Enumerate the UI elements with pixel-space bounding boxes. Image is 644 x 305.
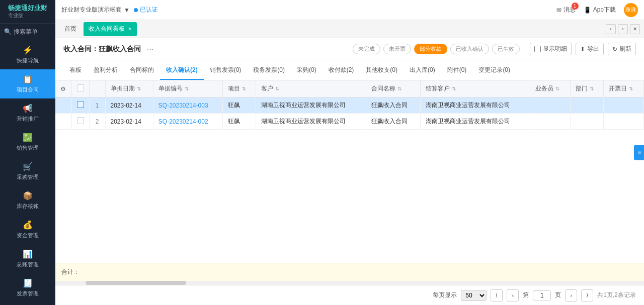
table-row[interactable]: 2 2023-02-14 SQ-20230214-002 狂飙 湖南卫视商业运营…	[55, 114, 644, 130]
tab-income-contract[interactable]: 收入合同看板 ✕	[84, 22, 137, 36]
sidebar-item-invoice[interactable]: 🧾 发票管理	[0, 273, 55, 302]
row2-settle-customer: 湖南卫视商业运营发展有限公司	[420, 114, 530, 130]
sidebar-item-projects[interactable]: 📋 项目合同	[0, 69, 55, 98]
row1-salesperson	[530, 97, 571, 114]
th-date[interactable]: 单据日期 ⇅	[105, 80, 153, 97]
first-page-button[interactable]: ⟨	[491, 289, 503, 301]
customer-sort-icon: ⇅	[275, 86, 279, 91]
avatar: 珠珠	[624, 3, 638, 17]
more-options-button[interactable]: ···	[147, 45, 153, 54]
inventory-icon: 📦	[23, 191, 33, 200]
th-customer[interactable]: 客户 ⇅	[256, 80, 366, 97]
subtab-sales-invoice[interactable]: 销售发票(0)	[204, 61, 248, 80]
th-open-date[interactable]: 开票日 ⇅	[604, 80, 644, 97]
message-icon: ✉	[556, 7, 561, 14]
status-active[interactable]: 已生效	[492, 44, 520, 54]
subtab-payment[interactable]: 收付款(2)	[323, 61, 360, 80]
search-menu[interactable]: 🔍 搜索菜单	[0, 24, 55, 40]
select-all-checkbox[interactable]	[77, 84, 84, 91]
row2-code[interactable]: SQ-20230214-002	[153, 114, 223, 130]
company-selector[interactable]: 好业财专业版演示帐套 ▼	[61, 6, 130, 14]
sidebar: 畅捷通好业财 专业版 🔍 搜索菜单 ⚡ 快捷导航 📋 项目合同 📢 营销推广 💹…	[0, 0, 55, 305]
subtab-warehouse[interactable]: 出入库(0)	[404, 61, 441, 80]
refresh-label: 刷新	[619, 45, 631, 53]
data-table: ⚙ 单据日期 ⇅ 单据编号	[55, 80, 644, 130]
tab-close-all-button[interactable]: ✕	[630, 24, 640, 34]
th-dept[interactable]: 部门 ⇅	[571, 80, 604, 97]
show-detail-checkbox[interactable]: 显示明细	[530, 43, 572, 55]
purchase-label: 采购管理	[17, 173, 39, 181]
subtab-revenue-confirm[interactable]: 收入确认(2)	[160, 61, 204, 80]
th-salesperson[interactable]: 业务员 ⇅	[530, 80, 571, 97]
page-input[interactable]	[533, 290, 551, 300]
topbar-left: 好业财专业版演示帐套 ▼ 已认证	[61, 6, 158, 14]
message-button[interactable]: ✉ 消息 1	[556, 6, 576, 14]
sidebar-item-inventory[interactable]: 📦 库存核账	[0, 186, 55, 215]
subtab-subject[interactable]: 合同标的	[124, 61, 160, 80]
th-checkbox[interactable]	[71, 80, 89, 97]
status-partial[interactable]: 部分收款	[414, 44, 447, 54]
topbar-right: ✉ 消息 1 📱 App下载 珠珠	[556, 3, 638, 17]
logo-text: 畅捷通好业财	[8, 4, 47, 12]
row1-code-link[interactable]: SQ-20230214-003	[158, 102, 208, 109]
sidebar-item-quick-nav[interactable]: ⚡ 快捷导航	[0, 40, 55, 69]
th-code[interactable]: 单据编号 ⇅	[153, 80, 223, 97]
user-avatar[interactable]: 珠珠	[624, 3, 638, 17]
th-project[interactable]: 项目 ⇅	[223, 80, 256, 97]
page-label: 第	[523, 291, 529, 299]
row1-code[interactable]: SQ-20230214-003	[153, 97, 223, 114]
float-action-button[interactable]: ≡	[634, 145, 644, 160]
tab-home[interactable]: 首页	[59, 22, 82, 36]
subtab-kanban[interactable]: 看板	[63, 61, 88, 80]
status-incomplete[interactable]: 未完成	[353, 44, 380, 54]
table-wrapper: ⚙ 单据日期 ⇅ 单据编号	[55, 80, 644, 263]
row1-open-date	[604, 97, 644, 114]
tab-prev-button[interactable]: ‹	[606, 24, 616, 34]
sidebar-item-marketing[interactable]: 📢 营销推广	[0, 98, 55, 128]
prev-page-button[interactable]: ‹	[507, 289, 519, 301]
date-sort-icon: ⇅	[137, 86, 141, 91]
sidebar-item-purchase[interactable]: 🛒 采购管理	[0, 157, 55, 186]
sidebar-item-finance[interactable]: 💰 资金管理	[0, 215, 55, 244]
tab-next-button[interactable]: ›	[618, 24, 628, 34]
page-size-select[interactable]: 20 50 100	[461, 290, 487, 301]
row2-num: 2	[89, 114, 105, 130]
subtab-tax-invoice[interactable]: 税务发票(0)	[247, 61, 291, 80]
row2-code-link[interactable]: SQ-20230214-002	[158, 118, 208, 125]
horizontal-scrollbar[interactable]	[55, 281, 644, 285]
refresh-icon: ↻	[612, 46, 617, 53]
general-label: 总账管理	[17, 261, 39, 268]
th-settle-customer[interactable]: 结算客户 ⇅	[420, 80, 530, 97]
sidebar-item-general[interactable]: 📊 总账管理	[0, 244, 55, 273]
tab-close-icon[interactable]: ✕	[128, 26, 132, 32]
home-tab-label: 首页	[64, 25, 76, 33]
subtab-profit[interactable]: 盈利分析	[88, 61, 124, 80]
status-no-invoice[interactable]: 未开票	[383, 44, 411, 54]
scrollbar-thumb[interactable]	[86, 281, 186, 285]
refresh-button[interactable]: ↻ 刷新	[608, 43, 636, 55]
export-button[interactable]: ⬆ 导出	[576, 43, 604, 55]
marketing-icon: 📢	[23, 104, 33, 113]
row1-checkbox[interactable]	[71, 97, 89, 114]
row2-checkbox[interactable]	[71, 114, 89, 130]
last-page-button[interactable]: ⟩	[581, 289, 593, 301]
table-row[interactable]: 1 2023-02-14 SQ-20230214-003 狂飙 湖南卫视商业运营…	[55, 97, 644, 114]
show-detail-input[interactable]	[534, 46, 541, 52]
th-gear[interactable]: ⚙	[55, 80, 71, 97]
subtab-purchase[interactable]: 采购(0)	[291, 61, 323, 80]
page-header: 收入合同：狂飙收入合同 ··· 未完成 未开票 部分收款 已收入确认 已生效 显…	[55, 38, 644, 60]
projects-icon: 📋	[23, 74, 33, 84]
next-page-button[interactable]: ›	[565, 289, 577, 301]
row1-settle-customer: 湖南卫视商业运营发展有限公司	[420, 97, 530, 114]
subtab-change-log[interactable]: 变更记录(0)	[472, 61, 516, 80]
app-download-button[interactable]: 📱 App下载	[584, 6, 616, 14]
th-contract-name[interactable]: 合同名称 ⇅	[366, 80, 421, 97]
row2-salesperson	[530, 114, 571, 130]
subtab-attachments[interactable]: 附件(0)	[441, 61, 473, 80]
sidebar-item-tax[interactable]: 🏛 税务管理	[0, 302, 55, 305]
subtab-other-income[interactable]: 其他收支(0)	[360, 61, 404, 80]
status-confirmed[interactable]: 已收入确认	[450, 44, 489, 54]
projects-label: 项目合同	[17, 86, 39, 93]
search-label: 搜索菜单	[14, 28, 38, 36]
sidebar-item-sales[interactable]: 💹 销售管理	[0, 128, 55, 157]
